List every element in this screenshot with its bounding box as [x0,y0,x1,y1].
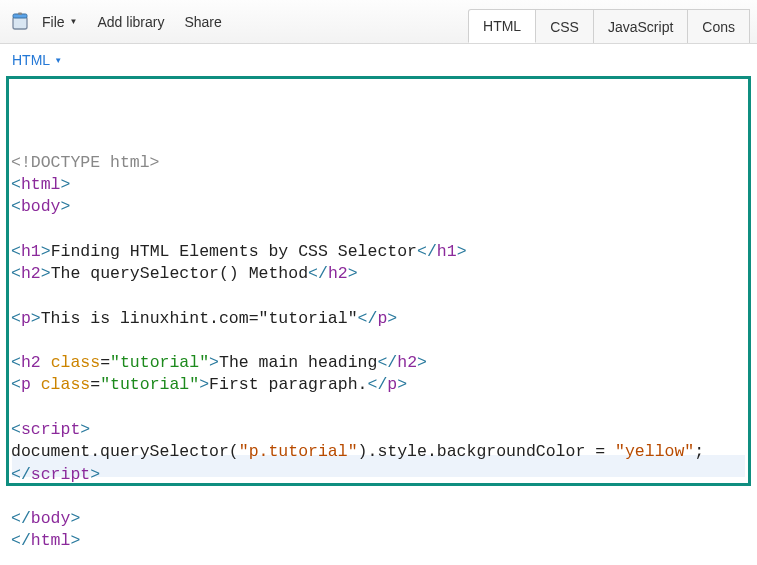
code-token: h2 [328,264,348,283]
code-token: html [21,175,61,194]
code-token: h2 [21,264,41,283]
code-token: class [51,353,101,372]
code-token: The main heading [219,353,377,372]
code-token: p [377,309,387,328]
tab-css[interactable]: CSS [535,9,594,43]
code-token: <!DOCTYPE html> [11,153,160,172]
file-menu[interactable]: File ▼ [42,14,77,30]
svg-rect-2 [18,12,22,14]
code-token: document.querySelector( [11,442,239,461]
top-toolbar: File ▼ Add library Share HTML CSS JavaSc… [0,0,757,44]
code-token: First paragraph. [209,375,367,394]
code-token: p [21,375,31,394]
tab-javascript[interactable]: JavaScript [593,9,688,43]
code-token: "yellow" [615,442,694,461]
editor-mode-label: HTML [12,52,50,68]
share-label: Share [184,14,221,30]
code-editor[interactable]: <!DOCTYPE html> <html> <body> <h1>Findin… [6,76,751,486]
svg-rect-0 [13,17,27,29]
code-token: body [31,509,71,528]
code-token: html [31,531,71,550]
code-token: p [21,309,31,328]
app-logo-icon [8,10,32,34]
panel-tabs: HTML CSS JavaScript Cons [469,0,750,43]
code-token: This is linuxhint.com="tutorial" [41,309,358,328]
code-token: ; [694,442,704,461]
add-library-label: Add library [97,14,164,30]
code-token: "p.tutorial" [239,442,358,461]
code-token: script [31,465,90,484]
code-token: h1 [21,242,41,261]
code-token: ).style.backgroundColor = [358,442,615,461]
code-token: body [21,197,61,216]
code-token: "tutorial" [100,375,199,394]
code-content: <!DOCTYPE html> <html> <body> <h1>Findin… [11,152,746,553]
code-token: h2 [21,353,41,372]
code-token: Finding HTML Elements by CSS Selector [51,242,417,261]
tab-html[interactable]: HTML [468,9,536,43]
code-token: script [21,420,80,439]
dropdown-icon: ▼ [54,56,62,65]
file-menu-label: File [42,14,65,30]
share-menu[interactable]: Share [184,14,221,30]
code-token: class [41,375,91,394]
code-token: "tutorial" [110,353,209,372]
add-library-menu[interactable]: Add library [97,14,164,30]
editor-mode-selector[interactable]: HTML ▼ [0,44,757,76]
code-token: The querySelector() Method [51,264,308,283]
tab-console[interactable]: Cons [687,9,750,43]
dropdown-icon: ▼ [70,17,78,26]
code-token: h2 [397,353,417,372]
code-token: h1 [437,242,457,261]
code-token: p [387,375,397,394]
